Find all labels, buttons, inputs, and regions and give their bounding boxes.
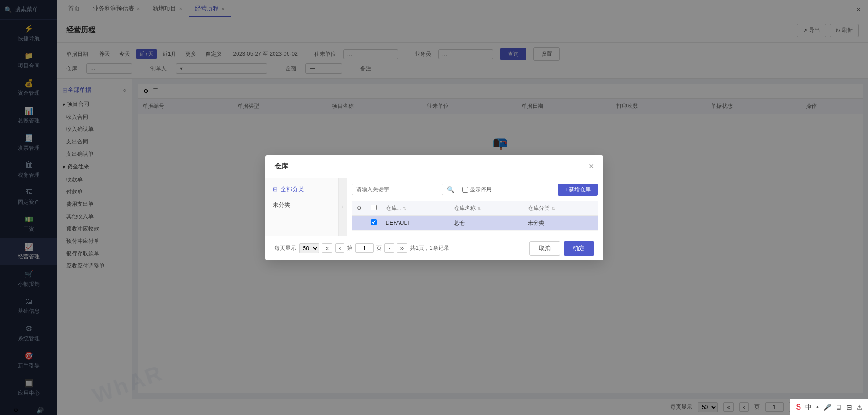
app-icon-monitor[interactable]: 🖥 bbox=[836, 404, 842, 411]
app-icon-mic[interactable]: 🎤 bbox=[823, 404, 831, 411]
modal-left-panel: ⊞ 全部分类 未分类 bbox=[265, 178, 338, 236]
row-code: DEFAULT bbox=[381, 215, 450, 230]
row-name: 总仓 bbox=[449, 215, 523, 230]
modal-total: 共1页，1条记录 bbox=[410, 244, 449, 252]
show-disabled-checkbox[interactable] bbox=[462, 187, 468, 193]
modal-overlay: 仓库 × ⊞ 全部分类 未分类 ‹ bbox=[0, 0, 868, 415]
modal-all-categories[interactable]: ⊞ 全部分类 bbox=[265, 182, 338, 197]
modal-body: ⊞ 全部分类 未分类 ‹ 🔍 显示停用 bbox=[265, 178, 603, 236]
grid-icon-modal: ⊞ bbox=[273, 186, 278, 193]
table-row[interactable]: DEFAULT 总仓 未分类 bbox=[352, 215, 598, 230]
row-settings bbox=[352, 215, 366, 230]
modal-page-label: 页 bbox=[376, 244, 382, 252]
app-logo-icon: S bbox=[796, 403, 801, 411]
settings-icon-table[interactable]: ⚙ bbox=[357, 205, 362, 211]
modal-col-name[interactable]: 仓库名称 ⇅ bbox=[449, 201, 523, 216]
modal-col-settings: ⚙ bbox=[352, 201, 366, 216]
app-icon-warning[interactable]: ⚠ bbox=[857, 404, 863, 411]
modal-col-code[interactable]: 仓库... ⇅ bbox=[381, 201, 450, 216]
app-icon-layout[interactable]: ⊟ bbox=[847, 404, 852, 411]
confirm-button[interactable]: 确定 bbox=[564, 241, 594, 256]
modal-page-word: 第 bbox=[347, 244, 352, 252]
modal-toolbar: 🔍 显示停用 + 新增仓库 bbox=[352, 184, 598, 196]
row-checkbox bbox=[366, 215, 381, 230]
modal-select-all[interactable] bbox=[371, 205, 377, 210]
add-warehouse-button[interactable]: + 新增仓库 bbox=[558, 184, 597, 196]
cancel-button[interactable]: 取消 bbox=[529, 241, 560, 256]
sort-icon-code: ⇅ bbox=[403, 206, 406, 211]
modal-table: ⚙ 仓库... ⇅ 仓库名称 bbox=[352, 201, 598, 231]
modal-right-panel: 🔍 显示停用 + 新增仓库 ⚙ bbox=[347, 178, 603, 236]
modal-search-button[interactable]: 🔍 bbox=[447, 186, 455, 193]
modal-last-page[interactable]: » bbox=[397, 243, 407, 253]
show-disabled-label: 显示停用 bbox=[462, 186, 492, 194]
sort-icon-category: ⇅ bbox=[552, 206, 555, 211]
modal-col-checkbox bbox=[366, 201, 381, 216]
modal-pagination: 每页显示 50 « ‹ 第 页 › » 共1页，1条记录 bbox=[274, 243, 449, 253]
app-icon-2[interactable]: • bbox=[816, 404, 819, 411]
app-icon-1[interactable]: 中 bbox=[805, 403, 812, 411]
modal-next-page[interactable]: › bbox=[384, 243, 394, 253]
modal-header: 仓库 × bbox=[265, 155, 603, 178]
modal-first-page[interactable]: « bbox=[322, 243, 332, 253]
modal-collapse-btn[interactable]: ‹ bbox=[338, 178, 347, 236]
row-category: 未分类 bbox=[523, 215, 597, 230]
row-select-checkbox[interactable] bbox=[371, 219, 377, 225]
modal-close-button[interactable]: × bbox=[589, 162, 594, 171]
chevron-left-icon: ‹ bbox=[342, 204, 343, 210]
modal-actions: 取消 确定 bbox=[529, 241, 594, 256]
modal-footer: 每页显示 50 « ‹ 第 页 › » 共1页，1条记录 取消 确定 bbox=[265, 236, 603, 260]
modal-per-page-label: 每页显示 bbox=[274, 244, 296, 252]
modal-col-category[interactable]: 仓库分类 ⇅ bbox=[523, 201, 597, 216]
modal-table-area: ⚙ 仓库... ⇅ 仓库名称 bbox=[352, 201, 598, 231]
modal-search-input[interactable] bbox=[352, 184, 443, 195]
modal-unclassified[interactable]: 未分类 bbox=[265, 197, 338, 213]
modal-page-input[interactable] bbox=[355, 243, 374, 253]
warehouse-modal: 仓库 × ⊞ 全部分类 未分类 ‹ bbox=[265, 155, 603, 260]
sort-icon-name: ⇅ bbox=[477, 206, 481, 211]
modal-per-page-select[interactable]: 50 bbox=[299, 243, 319, 253]
search-icon-modal: 🔍 bbox=[447, 186, 455, 193]
modal-title: 仓库 bbox=[274, 162, 288, 171]
modal-prev-page[interactable]: ‹ bbox=[335, 243, 344, 253]
app-bottom-bar: S 中 • 🎤 🖥 ⊟ ⚠ bbox=[790, 399, 868, 415]
